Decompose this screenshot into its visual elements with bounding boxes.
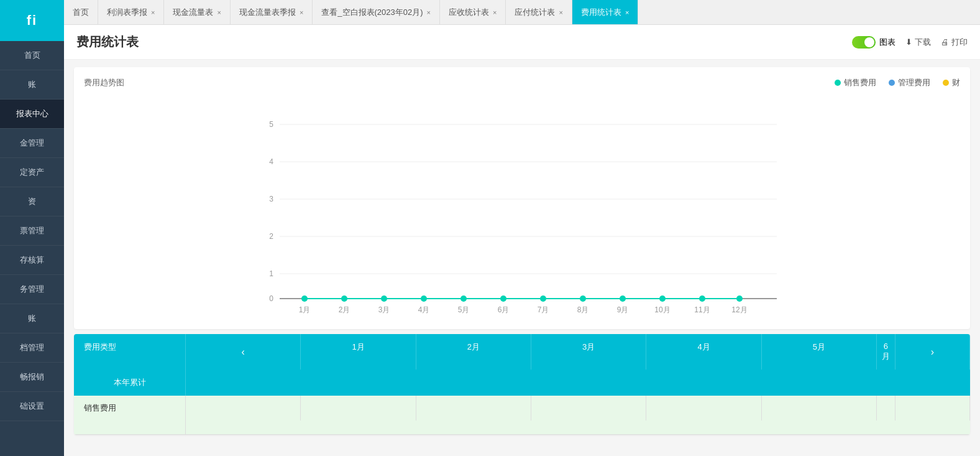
tab-close-payable[interactable]: ×: [559, 9, 562, 16]
legend-dot-admin: [889, 80, 895, 86]
svg-text:5月: 5月: [458, 305, 470, 314]
sidebar-item-finance[interactable]: 金管理: [0, 129, 64, 158]
svg-point-24: [301, 295, 308, 302]
print-label: 打印: [951, 37, 968, 48]
tab-cashflow-quarterly[interactable]: 现金流量表季报 ×: [231, 0, 313, 24]
sidebar-item-assets[interactable]: 定资产: [0, 158, 64, 187]
svg-point-33: [659, 295, 666, 302]
tab-close-cashflow-quarterly[interactable]: ×: [300, 9, 303, 16]
tab-close-blank-report[interactable]: ×: [427, 9, 431, 16]
td-m2: [416, 396, 531, 421]
chart-section: 费用趋势图 销售费用 管理费用 财: [74, 67, 970, 329]
th-total: 本年累计: [74, 370, 186, 396]
sidebar-item-ledger[interactable]: 账: [0, 304, 64, 333]
th-type: 费用类型: [74, 334, 186, 370]
th-m2: 2月: [416, 334, 531, 370]
svg-text:6月: 6月: [498, 305, 510, 314]
svg-text:4: 4: [269, 157, 273, 166]
legend-label-admin: 管理费用: [898, 77, 930, 88]
legend-sales: 销售费用: [835, 77, 876, 88]
tab-expense[interactable]: 费用统计表 ×: [572, 0, 638, 24]
svg-point-29: [500, 295, 506, 302]
chart-toggle-wrap: 图表: [852, 36, 895, 49]
sidebar: fi 首页 账 报表中心 金管理 定资产 资 票管理 存核算 务管理 账 档管理…: [0, 0, 64, 456]
chart-wrapper: 费用趋势图 销售费用 管理费用 财: [84, 77, 960, 319]
svg-text:2: 2: [269, 232, 273, 241]
svg-text:2月: 2月: [339, 305, 350, 314]
tab-cashflow[interactable]: 现金流量表 ×: [164, 0, 230, 24]
sidebar-item-settings[interactable]: 础设置: [0, 392, 64, 421]
svg-text:4月: 4月: [418, 305, 430, 314]
print-icon: 🖨: [941, 37, 949, 47]
td-m6: [877, 396, 895, 421]
download-icon: ⬇: [905, 37, 912, 47]
sidebar-item-archive[interactable]: 档管理: [0, 333, 64, 363]
th-nav-prev[interactable]: ‹: [186, 334, 301, 370]
chart-toggle[interactable]: [852, 36, 876, 49]
legend-label-finance: 财: [952, 77, 960, 88]
page-title: 费用统计表: [76, 34, 139, 50]
chart-svg: 5 4 3 2 1 0 1月 2月 3月 4月 5月 6月 7月 8月 9月: [84, 93, 960, 317]
svg-text:3: 3: [269, 195, 273, 203]
svg-text:0: 0: [269, 294, 273, 303]
svg-text:1: 1: [269, 269, 273, 278]
tab-profit-quarterly[interactable]: 利润表季报 ×: [98, 0, 164, 24]
print-button[interactable]: 🖨 打印: [941, 37, 968, 48]
svg-point-34: [699, 295, 705, 302]
sidebar-item-capital[interactable]: 资: [0, 187, 64, 216]
th-nav-next[interactable]: ›: [895, 334, 970, 370]
legend-label-sales: 销售费用: [844, 77, 876, 88]
legend-dot-sales: [835, 80, 841, 86]
chart-toggle-label: 图表: [879, 37, 895, 48]
td-m4: [646, 396, 761, 421]
svg-point-27: [421, 295, 427, 302]
tab-close-cashflow[interactable]: ×: [217, 9, 221, 16]
td-type: 销售费用: [74, 396, 186, 421]
th-m5: 5月: [762, 334, 877, 370]
chart-title: 费用趋势图: [84, 77, 960, 88]
sidebar-item-reports[interactable]: 报表中心: [0, 100, 64, 129]
tab-home[interactable]: 首页: [64, 0, 98, 24]
tab-close-profit-quarterly[interactable]: ×: [151, 9, 155, 16]
sidebar-item-inventory[interactable]: 存核算: [0, 246, 64, 275]
svg-point-35: [736, 295, 743, 302]
svg-text:12月: 12月: [731, 305, 747, 314]
legend-dot-finance: [943, 80, 949, 86]
svg-point-31: [580, 295, 586, 302]
svg-text:10月: 10月: [654, 305, 670, 314]
th-m6: 6月: [877, 334, 895, 370]
sidebar-item-service[interactable]: 务管理: [0, 275, 64, 304]
download-label: 下载: [915, 37, 931, 48]
svg-text:8月: 8月: [577, 305, 589, 314]
main-area: 首页 利润表季报 × 现金流量表 × 现金流量表季报 × 查看_空白报表(202…: [64, 0, 980, 456]
svg-point-26: [381, 295, 387, 302]
table-section: 费用类型 ‹ 1月 2月 3月 4月 5月 6月 › 本年累计 销售费用: [74, 334, 970, 435]
tab-bar: 首页 利润表季报 × 现金流量表 × 现金流量表季报 × 查看_空白报表(202…: [64, 0, 980, 25]
tab-payable[interactable]: 应付统计表 ×: [506, 0, 572, 24]
sidebar-item-expense[interactable]: 畅报销: [0, 363, 64, 392]
svg-text:5: 5: [269, 120, 273, 129]
page-header: 费用统计表 图表 ⬇ 下载 🖨 打印: [64, 25, 980, 60]
download-button[interactable]: ⬇ 下载: [905, 37, 931, 48]
svg-text:1月: 1月: [299, 305, 311, 314]
sidebar-item-home[interactable]: 首页: [0, 41, 64, 70]
th-m1: 1月: [301, 334, 416, 370]
sidebar-item-invoice[interactable]: 票管理: [0, 216, 64, 246]
td-nav-spacer: [186, 396, 301, 421]
td-m1: [301, 396, 416, 421]
tab-receivable[interactable]: 应收统计表 ×: [440, 0, 506, 24]
sidebar-item-account[interactable]: 账: [0, 70, 64, 100]
th-m3: 3月: [531, 334, 646, 370]
svg-point-25: [341, 295, 347, 302]
svg-text:9月: 9月: [617, 305, 629, 314]
chart-legend: 销售费用 管理费用 财: [835, 77, 960, 88]
header-actions: 图表 ⬇ 下载 🖨 打印: [852, 36, 968, 49]
svg-text:11月: 11月: [694, 305, 710, 314]
tab-blank-report[interactable]: 查看_空白报表(2023年02月) ×: [313, 0, 440, 24]
sidebar-logo: fi: [0, 0, 64, 41]
svg-point-32: [620, 295, 626, 302]
svg-text:7月: 7月: [538, 305, 549, 314]
tab-close-receivable[interactable]: ×: [493, 9, 497, 16]
tab-close-expense[interactable]: ×: [625, 9, 629, 16]
td-nav-spacer2: [895, 396, 970, 421]
